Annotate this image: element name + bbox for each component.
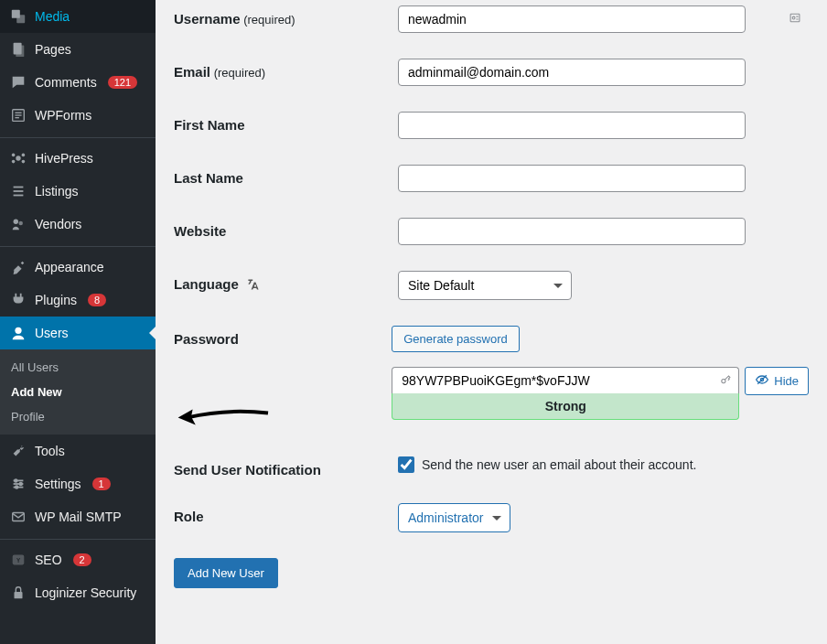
label-website: Website (174, 218, 398, 239)
sidebar-item-seo[interactable]: Y SEO 2 (0, 539, 156, 576)
row-notification: Send User Notification Send the new user… (174, 456, 809, 478)
sidebar-item-label: Appearance (35, 260, 104, 274)
sidebar-item-label: Pages (35, 42, 71, 57)
hide-password-button[interactable]: Hide (745, 367, 809, 395)
sidebar-item-vendors[interactable]: Vendors (0, 208, 156, 241)
row-website: Website (174, 218, 809, 245)
svg-rect-3 (16, 46, 24, 58)
listings-icon (9, 182, 27, 200)
sidebar-item-label: WP Mail SMTP (35, 510, 122, 524)
svg-point-23 (19, 483, 22, 486)
svg-point-24 (16, 486, 18, 488)
label-language: Language (174, 271, 398, 295)
row-role: Role Administrator (174, 503, 809, 532)
firstname-input[interactable] (398, 112, 746, 139)
svg-point-12 (22, 160, 26, 164)
label-username: Username (required) (174, 5, 398, 27)
row-lastname: Last Name (174, 165, 809, 192)
svg-point-30 (792, 16, 795, 19)
sidebar-item-media[interactable]: Media (0, 0, 156, 33)
sidebar-item-label: Tools (35, 444, 65, 458)
sidebar-item-label: Listings (35, 184, 78, 199)
seo-badge: 2 (73, 553, 91, 566)
svg-point-22 (15, 479, 17, 482)
send-notification-checkbox[interactable] (398, 456, 414, 473)
pages-icon (9, 40, 27, 59)
sidebar-item-settings[interactable]: Settings 1 (0, 467, 156, 500)
sidebar-item-comments[interactable]: Comments 121 (0, 66, 156, 99)
hivepress-icon (9, 149, 27, 167)
users-icon (9, 324, 27, 342)
comments-icon (9, 73, 27, 91)
subitem-profile[interactable]: Profile (0, 404, 156, 429)
password-input[interactable] (392, 367, 739, 393)
svg-point-8 (16, 156, 20, 160)
sidebar-item-wpforms[interactable]: WPForms (0, 99, 156, 132)
sidebar-item-plugins[interactable]: Plugins 8 (0, 284, 156, 317)
svg-rect-28 (15, 592, 23, 598)
eye-slash-icon (755, 372, 769, 390)
password-key-icon (719, 372, 732, 388)
sidebar-item-label: HivePress (35, 151, 93, 166)
role-select[interactable]: Administrator (398, 503, 510, 532)
website-input[interactable] (398, 218, 746, 245)
add-user-form: Username (required) Email (required) Fir… (156, 0, 827, 644)
sidebar-item-loginizer[interactable]: Loginizer Security (0, 576, 156, 609)
email-input[interactable] (398, 59, 746, 86)
svg-point-16 (14, 220, 18, 224)
sidebar-item-label: Vendors (35, 217, 81, 231)
mail-icon (9, 508, 27, 526)
plugins-badge: 8 (88, 294, 106, 306)
sidebar-item-label: SEO (35, 553, 62, 567)
seo-icon: Y (9, 551, 27, 569)
label-lastname: Last Name (174, 165, 398, 186)
input-contact-icon (789, 12, 801, 27)
sidebar-item-users[interactable]: Users (0, 317, 156, 349)
sidebar-item-pages[interactable]: Pages (0, 33, 156, 66)
row-firstname: First Name (174, 112, 809, 139)
admin-sidebar: Media Pages Comments 121 WPForms Hive (0, 0, 156, 644)
label-password: Password (174, 326, 392, 347)
settings-badge: 1 (92, 478, 111, 490)
svg-point-17 (18, 221, 23, 226)
sidebar-item-tools[interactable]: Tools (0, 435, 156, 467)
plugins-icon (9, 291, 27, 309)
svg-point-10 (22, 154, 26, 157)
sidebar-item-label: Media (35, 9, 70, 24)
language-select[interactable]: Site Default (398, 271, 572, 300)
tools-icon (9, 442, 27, 460)
row-email: Email (required) (174, 59, 809, 86)
add-new-user-button[interactable]: Add New User (174, 558, 278, 588)
password-strength: Strong (392, 393, 739, 420)
sidebar-item-label: Plugins (35, 293, 77, 307)
settings-icon (9, 475, 27, 493)
notification-desc: Send the new user an email about their a… (422, 457, 696, 472)
label-role: Role (174, 503, 398, 524)
sidebar-item-label: Settings (35, 477, 81, 491)
row-username: Username (required) (174, 5, 809, 33)
generate-password-button[interactable]: Generate password (392, 326, 519, 352)
subitem-all-users[interactable]: All Users (0, 355, 156, 380)
appearance-icon (9, 258, 27, 276)
username-input[interactable] (398, 5, 746, 33)
sidebar-item-label: Comments (35, 75, 97, 90)
svg-rect-25 (13, 513, 25, 521)
sidebar-item-label: Users (35, 326, 69, 340)
loginizer-icon (9, 584, 27, 602)
lastname-input[interactable] (398, 165, 746, 192)
row-language: Language Site Default (174, 271, 809, 300)
row-password: Password Generate password Strong (174, 326, 809, 420)
sidebar-item-label: WPForms (35, 108, 91, 123)
sidebar-item-appearance[interactable]: Appearance (0, 246, 156, 284)
svg-point-18 (15, 327, 21, 334)
sidebar-item-listings[interactable]: Listings (0, 175, 156, 208)
svg-rect-1 (16, 15, 25, 23)
label-email: Email (required) (174, 59, 398, 80)
subitem-add-new[interactable]: Add New (0, 380, 156, 404)
svg-point-9 (12, 154, 16, 157)
sidebar-item-wpmailsmtp[interactable]: WP Mail SMTP (0, 500, 156, 533)
vendors-icon (9, 215, 27, 233)
comments-badge: 121 (108, 76, 137, 89)
sidebar-item-hivepress[interactable]: HivePress (0, 137, 156, 175)
sidebar-item-label: Loginizer Security (35, 585, 136, 600)
